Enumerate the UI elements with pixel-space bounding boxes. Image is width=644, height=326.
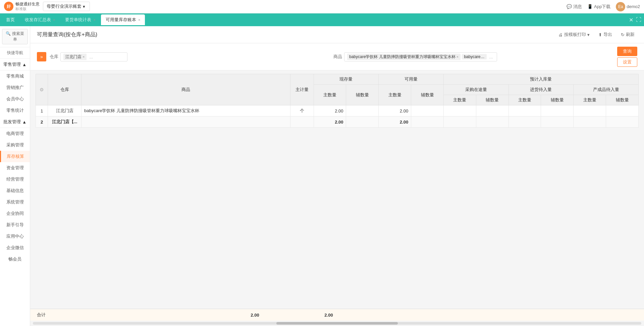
chevron-icon: ▲ [22,62,26,67]
row2-avail-sub [411,117,444,128]
scroll-thumb[interactable] [276,322,398,325]
top-bar-right: 💬 消息 📱 App下载 Ea demo2 [567,2,640,11]
query-button[interactable]: 查询 [617,47,637,56]
th-product: 商品 [82,74,290,105]
app-download-button[interactable]: 📱 App下载 [587,4,610,10]
sidebar-item-system[interactable]: 系统管理 [0,196,30,208]
row2-pur-pend-sub [541,117,574,128]
tab-shoufacun[interactable]: 收发存汇总表 × [20,14,60,25]
wechat-label: 企业微信 [6,245,24,250]
th-planned-group: 预计入库量 [443,74,638,85]
sidebar-item-member[interactable]: 会员中心 [0,93,30,105]
warehouse-input[interactable]: 江北门店 × ... [60,52,127,61]
gear-icon[interactable]: ⚙ [40,87,44,92]
message-button[interactable]: 💬 消息 [567,4,582,10]
tab-home[interactable]: 首页 [1,14,19,25]
scroll-track[interactable] [33,322,641,325]
row2-prod-pend-main [574,117,606,128]
product-tag1-value: babycare学饮杯 儿童防摔防撞吸管杯重力球吸嘴杯宝宝水杯 [349,54,455,60]
warehouse-dots[interactable]: ... [88,54,94,59]
product-input[interactable]: babycare学饮杯 儿童防摔防撞吸管杯重力球吸嘴杯宝宝水杯 × babyca… [344,52,497,61]
sidebar-item-ecommerce[interactable]: 电商管理 [0,128,30,139]
business-label: 经营管理 [6,177,24,182]
sidebar-item-retail-stats[interactable]: 零售统计 [0,105,30,116]
sidebar-item-inventory[interactable]: 库存核算 [0,151,30,162]
tab-keyongliang[interactable]: 可用量库存账本 × [101,14,145,25]
refresh-button[interactable]: ↻ 刷新 [618,30,637,39]
row2-pur-pend-main [508,117,541,128]
export-icon: ⬆ [598,32,602,37]
footer-label: 合计 [37,312,57,318]
th-pur-transit-group: 采购在途量 [443,85,508,95]
row2-warehouse: 江北门店【... [48,117,82,128]
sidebar-item-business[interactable]: 经营管理 [0,174,30,185]
nav-close-icon[interactable]: ✕ [629,17,633,23]
row1-prod-pend-sub [606,105,639,117]
page-title: 可用量查询(按仓库+商品) [37,31,97,38]
sidebar-item-guide[interactable]: 新手引导 [0,219,30,231]
table-row: 1 江北门店 babycare学饮杯 儿童防摔防撞吸管杯重力球吸嘴杯宝宝水杯 个… [36,105,639,117]
purchase-label: 采购管理 [6,142,24,147]
search-menu-button[interactable]: 🔍 搜索菜单 [2,29,28,44]
logo-text-area: 畅捷通好生意 标准版 [15,2,40,11]
tab-shoufacun-close[interactable]: × [53,18,55,22]
sidebar-item-enterprise[interactable]: 企业协同 [0,208,30,219]
warehouse-tag-remove[interactable]: × [83,55,85,59]
ecommerce-label: 电商管理 [6,131,24,136]
industry-selector[interactable]: 母婴行业演示账套 ▾ [43,2,90,11]
footer-avail-main: 2.00 [312,313,345,318]
sidebar-item-basic[interactable]: 基础信息 [0,185,30,196]
row1-pur-transit-main [443,105,476,117]
product-dots[interactable]: ... [488,54,494,59]
sidebar-section-retail-header[interactable]: 零售管理 ▲ [0,59,30,70]
sidebar-section-wholesale-header[interactable]: 批发管理 ▲ [0,116,30,128]
filter-toggle-button[interactable]: » [37,52,46,61]
tab-yaohuo-label: 要货单统计表 [65,17,91,23]
top-bar-left: 好 畅捷通好生意 标准版 母婴行业演示账套 ▾ [4,2,90,11]
footer-inv-main: 2.00 [238,313,272,318]
basic-label: 基础信息 [6,188,24,193]
th-prod-pending-group: 产成品待入量 [574,85,639,95]
row1-pur-transit-sub [476,105,508,117]
system-label: 系统管理 [6,199,24,204]
tab-shoufacun-label: 收发存汇总表 [25,17,51,23]
setting-button[interactable]: 设置 [617,57,637,67]
sidebar-item-wechat[interactable]: 企业微信 [0,242,30,253]
row1-avail-main: 2.00 [379,105,411,117]
data-table: ⚙ 仓库 商品 主计量 现存量 [36,74,639,128]
tab-yaohuo[interactable]: 要货单统计表 × [60,14,100,25]
message-icon: 💬 [567,4,572,9]
sidebar-item-quick-nav[interactable]: 快捷导航 [0,47,30,59]
product-tag2-value: babycare… [464,54,484,59]
row2-inv-sub [346,117,379,128]
sidebar-item-finance[interactable]: 资金管理 [0,162,30,174]
sidebar-item-retail-store[interactable]: 零售商城 [0,71,30,82]
th-inv-main: 主数量 [314,85,346,105]
user-area[interactable]: Ea demo2 [616,2,640,11]
page-actions: 🖨 按模板打印 ▾ ⬆ 导出 ↻ 刷新 [556,30,637,39]
product-tag1-remove[interactable]: × [457,55,459,59]
tab-keyongliang-close[interactable]: × [138,18,140,22]
search-menu-label: 搜索菜单 [12,31,24,42]
warehouse-filter-label: 仓库 [50,54,58,60]
sidebar-item-marketing[interactable]: 营销推广 [0,82,30,93]
username-label: demo2 [627,4,640,9]
sidebar-item-appstore[interactable]: 应用中心 [0,231,30,242]
sidebar-item-purchase[interactable]: 采购管理 [0,139,30,151]
tab-yaohuo-close[interactable]: × [93,18,95,22]
marketing-label: 营销推广 [6,85,24,90]
print-icon: 🖨 [558,32,563,37]
chevron-icon2: ▲ [22,120,26,125]
export-label: 导出 [603,32,612,38]
nav-fullscreen-icon[interactable]: ⛶ [636,17,641,23]
filter-group-warehouse: 仓库 江北门店 × ... [50,52,330,61]
sidebar: 🔍 搜索菜单 快捷导航 零售管理 ▲ 零售商城 营销推广 会员中心 零售统计 [0,26,30,326]
warehouse-tag: 江北门店 × [63,54,87,60]
refresh-label: 刷新 [626,32,635,38]
export-button[interactable]: ⬆ 导出 [596,30,615,39]
print-button[interactable]: 🖨 按模板打印 ▾ [556,30,592,39]
inventory-label: 库存核算 [7,154,24,159]
sidebar-item-member2[interactable]: 畅会员 [0,253,30,265]
th-available-group: 可用量 [379,74,444,85]
wholesale-label: 批发管理 [3,119,21,125]
